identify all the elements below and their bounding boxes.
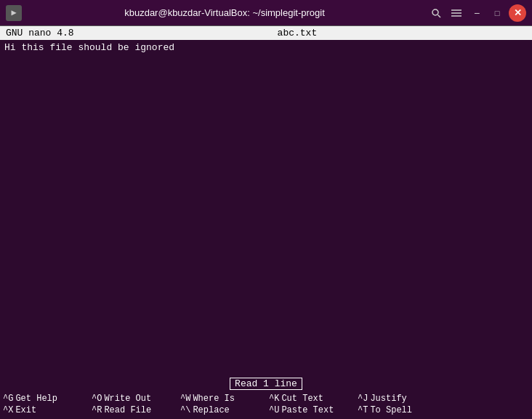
shortcut-label-to-spell: To Spell [370, 405, 412, 415]
shortcut-placeholder-1 [443, 393, 532, 404]
shortcut-label-exit: Exit [15, 405, 36, 415]
shortcut-label-placeholder-1 [446, 394, 451, 404]
shortcut-key-justify: ^J [358, 394, 368, 404]
titlebar: ▶ kbuzdar@kbuzdar-VirtualBox: ~/simplegi… [0, 0, 532, 26]
shortcut-key-to-spell: ^T [358, 405, 368, 415]
shortcut-exit: ^X Exit [0, 404, 89, 416]
shortcut-key-write-out: ^O [92, 394, 102, 404]
shortcut-justify: ^J Justify [355, 393, 443, 404]
shortcut-label-where-is: Where Is [193, 394, 235, 404]
nano-filename: abc.txt [278, 28, 318, 38]
status-message: Read 1 line [230, 378, 302, 390]
terminal-icon-char: ▶ [11, 7, 16, 18]
shortcut-label-cut-text: Cut Text [281, 394, 323, 404]
terminal-icon: ▶ [6, 5, 22, 21]
shortcut-key-read-file: ^R [92, 405, 102, 415]
shortcut-label-get-help: Get Help [15, 394, 57, 404]
minimize-button[interactable]: − [468, 4, 485, 22]
shortcut-cut-text: ^K Cut Text [266, 393, 355, 404]
nano-header: GNU nano 4.8 abc.txt [0, 26, 532, 40]
editor-area[interactable]: Hi this file should be ignored [0, 40, 532, 376]
shortcut-read-file: ^R Read File [89, 404, 177, 416]
titlebar-left: ▶ [6, 5, 22, 21]
titlebar-title: kbuzdar@kbuzdar-VirtualBox: ~/simplegit-… [22, 7, 427, 18]
hamburger-icon [451, 9, 462, 17]
shortcut-replace: ^\ Replace [177, 404, 266, 416]
editor-content: Hi this file should be ignored [4, 42, 174, 53]
shortcut-label-read-file: Read File [104, 405, 151, 415]
menu-button[interactable] [448, 4, 465, 22]
shortcut-label-replace: Replace [193, 405, 229, 415]
shortcut-placeholder-2 [443, 404, 532, 416]
shortcuts-bar: ^G Get Help ^O Write Out ^W Where Is ^K … [0, 391, 532, 419]
shortcut-write-out: ^O Write Out [89, 393, 177, 404]
shortcut-label-write-out: Write Out [104, 394, 151, 404]
shortcut-paste-text: ^U Paste Text [266, 404, 355, 416]
nano-version: GNU nano 4.8 [6, 28, 74, 38]
maximize-button[interactable]: □ [488, 4, 506, 22]
shortcut-key-get-help: ^G [3, 394, 13, 404]
terminal-window: ▶ kbuzdar@kbuzdar-VirtualBox: ~/simplegi… [0, 0, 532, 419]
shortcut-label-paste-text: Paste Text [281, 405, 334, 415]
svg-point-0 [432, 9, 438, 15]
svg-line-1 [438, 15, 441, 17]
search-icon [431, 8, 441, 18]
search-button[interactable] [427, 4, 445, 22]
shortcut-key-replace: ^\ [180, 405, 190, 415]
shortcut-key-where-is: ^W [180, 394, 190, 404]
shortcut-label-justify: Justify [370, 394, 406, 404]
status-bar: Read 1 line [0, 376, 532, 391]
shortcut-key-exit: ^X [3, 405, 13, 415]
shortcut-label-placeholder-2 [446, 405, 451, 415]
nano-header-right [520, 28, 526, 38]
shortcut-where-is: ^W Where Is [177, 393, 266, 404]
titlebar-controls: − □ ✕ [427, 4, 526, 22]
close-button[interactable]: ✕ [509, 4, 526, 22]
shortcut-get-help: ^G Get Help [0, 393, 89, 404]
shortcut-key-cut-text: ^K [269, 394, 279, 404]
shortcut-to-spell: ^T To Spell [355, 404, 443, 416]
shortcut-key-paste-text: ^U [269, 405, 279, 415]
